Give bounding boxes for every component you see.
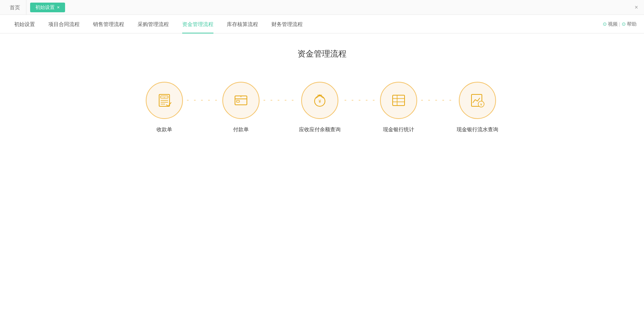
svg-rect-14 — [393, 95, 405, 106]
nav-item-project[interactable]: 项目合同流程 — [42, 15, 86, 33]
connector-2: - - - - - — [263, 96, 295, 119]
connector-4: - - - - - — [421, 96, 453, 119]
svg-text:¥: ¥ — [480, 103, 482, 106]
dots-4: - - - - - — [421, 96, 453, 104]
flow-item-balance: ¥ 应收应付余额查询 — [299, 82, 341, 133]
help-link[interactable]: ⊙ 帮助 — [622, 21, 637, 28]
main-content: 资金管理流程 ¥ 收款单 - - - - - — [0, 33, 644, 329]
top-bar: 首页 初始设置 × × — [0, 0, 644, 15]
receipt-label: 收款单 — [157, 126, 172, 133]
video-label: 视频 — [608, 21, 618, 28]
flow-item-receipt: ¥ 收款单 — [146, 82, 183, 133]
flow-container: ¥ 收款单 - - - - - ¥ 付款单 - - — [7, 82, 637, 133]
nav-divider: | — [619, 21, 620, 27]
receipt-icon-circle[interactable]: ¥ — [146, 82, 183, 119]
nav-item-finance[interactable]: 财务管理流程 — [265, 15, 309, 33]
top-right-controls: × — [635, 4, 644, 11]
nav-help-area: ⊙ 视频 | ⊙ 帮助 — [603, 21, 637, 28]
home-tab[interactable]: 首页 — [4, 0, 26, 15]
bank-flow-svg-icon: ¥ — [468, 91, 486, 109]
video-help-link[interactable]: ⊙ 视频 — [603, 21, 618, 28]
flow-item-payment: ¥ 付款单 — [222, 82, 260, 133]
active-tab-label: 初始设置 — [35, 4, 55, 11]
flow-item-bank-flow: ¥ 现金银行流水查询 — [457, 82, 498, 133]
payment-svg-icon: ¥ — [232, 91, 250, 109]
nav-bar: 初始设置 项目合同流程 销售管理流程 采购管理流程 资金管理流程 库存核算流程 … — [0, 15, 644, 33]
active-tab[interactable]: 初始设置 × — [30, 3, 65, 12]
bank-stat-label: 现金银行统计 — [383, 126, 414, 133]
dots-1: - - - - - — [187, 96, 219, 104]
svg-text:¥: ¥ — [164, 97, 165, 99]
nav-item-initial[interactable]: 初始设置 — [7, 15, 42, 33]
svg-rect-8 — [236, 100, 239, 102]
dots-2: - - - - - — [263, 96, 295, 104]
svg-text:¥: ¥ — [240, 95, 242, 98]
receipt-svg-icon: ¥ — [155, 91, 173, 109]
help-icon: ⊙ — [622, 21, 626, 27]
nav-item-sales[interactable]: 销售管理流程 — [86, 15, 131, 33]
window-close-button[interactable]: × — [635, 4, 638, 11]
balance-label: 应收应付余额查询 — [299, 126, 341, 133]
video-icon: ⊙ — [603, 21, 607, 27]
balance-icon-circle[interactable]: ¥ — [301, 82, 338, 119]
svg-text:¥: ¥ — [318, 99, 321, 104]
bank-stat-svg-icon — [390, 91, 408, 109]
payment-icon-circle[interactable]: ¥ — [222, 82, 260, 119]
flow-item-bank-stat: 现金银行统计 — [380, 82, 417, 133]
balance-svg-icon: ¥ — [311, 91, 329, 109]
nav-item-capital[interactable]: 资金管理流程 — [176, 15, 220, 33]
dots-3: - - - - - — [344, 96, 376, 104]
bank-flow-icon-circle[interactable]: ¥ — [459, 82, 496, 119]
bank-flow-label: 现金银行流水查询 — [457, 126, 498, 133]
bank-stat-icon-circle[interactable] — [380, 82, 417, 119]
help-label: 帮助 — [627, 21, 637, 28]
page-title: 资金管理流程 — [7, 48, 637, 59]
active-tab-close[interactable]: × — [57, 4, 60, 10]
connector-3: - - - - - — [344, 96, 376, 119]
connector-1: - - - - - — [187, 96, 219, 119]
payment-label: 付款单 — [233, 126, 249, 133]
nav-item-inventory[interactable]: 库存核算流程 — [220, 15, 265, 33]
nav-item-purchase[interactable]: 采购管理流程 — [131, 15, 176, 33]
